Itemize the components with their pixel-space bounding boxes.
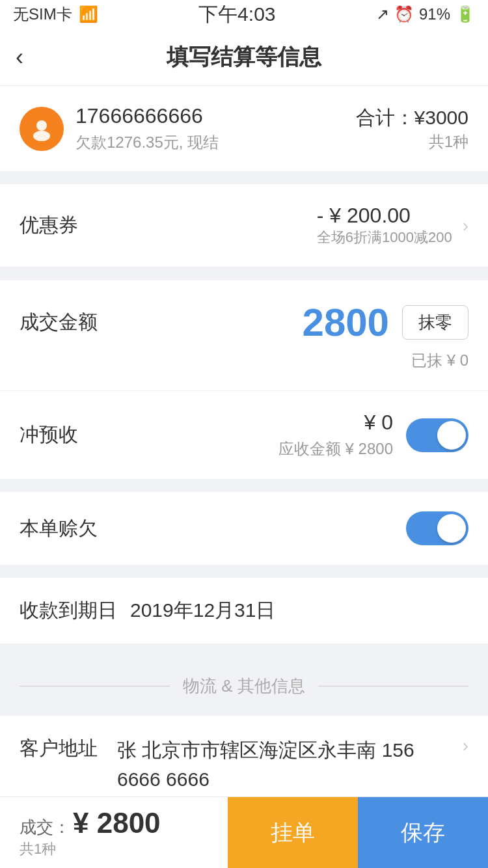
prereceive-right: ¥ 0 应收金额 ¥ 2800 [278, 411, 468, 459]
prereceive-toggle[interactable] [406, 418, 468, 452]
user-card: 17666666666 欠款1276.35元, 现结 合计：¥3000 共1种 [0, 86, 488, 171]
bottom-info: 成交： ¥ 2800 共1种 [0, 797, 228, 868]
content-area: 17666666666 欠款1276.35元, 现结 合计：¥3000 共1种 … [0, 86, 488, 868]
section-gap-4 [0, 644, 488, 657]
svg-point-0 [36, 120, 47, 131]
bottom-actions: 挂单 保存 [228, 797, 488, 868]
battery-label: 91% [419, 5, 450, 23]
deal-section: 成交金额 2800 抹零 已抹 ¥ 0 [0, 280, 488, 390]
carrier-label: 无SIM卡 [13, 4, 72, 25]
prereceive-label: 冲预收 [20, 422, 78, 448]
coupon-amount: - ¥ 200.00 [317, 204, 452, 228]
prereceive-amount: ¥ 0 [278, 411, 393, 435]
bottom-count: 共1种 [20, 839, 208, 859]
status-right: ↗ ⏰ 91% 🔋 [376, 5, 475, 23]
page-title: 填写结算等信息 [167, 42, 321, 72]
section-gap-1 [0, 267, 488, 280]
location-icon: ↗ [376, 5, 389, 23]
save-button[interactable]: 保存 [358, 797, 488, 868]
prereceive-section: 冲预收 ¥ 0 应收金额 ¥ 2800 [0, 390, 488, 479]
duedate-section: 收款到期日 2019年12月31日 [0, 578, 488, 644]
coupon-row[interactable]: 优惠券 - ¥ 200.00 全场6折满1000减200 › [0, 184, 488, 267]
status-time: 下午4:03 [198, 1, 275, 28]
pending-button[interactable]: 挂单 [228, 797, 358, 868]
user-total: 合计：¥3000 共1种 [356, 105, 468, 152]
bottom-deal-label: 成交： [20, 816, 70, 839]
round-button[interactable]: 抹零 [402, 305, 468, 340]
coupon-right: - ¥ 200.00 全场6折满1000减200 › [317, 204, 468, 247]
bottom-bar: 成交： ¥ 2800 共1种 挂单 保存 [0, 796, 488, 868]
prereceive-amount-wrap: ¥ 0 应收金额 ¥ 2800 [278, 411, 393, 459]
status-left: 无SIM卡 📶 [13, 4, 98, 25]
debt-toggle-knob [437, 514, 466, 543]
coupon-chevron-icon: › [463, 215, 468, 236]
coupon-label: 优惠券 [20, 212, 78, 239]
deal-value: 2800 [303, 300, 389, 345]
deal-label: 成交金额 [20, 309, 98, 336]
user-details: 17666666666 欠款1276.35元, 现结 [75, 104, 219, 153]
user-info-left: 17666666666 欠款1276.35元, 现结 [20, 104, 219, 153]
avatar [20, 107, 64, 151]
status-bar: 无SIM卡 📶 下午4:03 ↗ ⏰ 91% 🔋 [0, 0, 488, 29]
nav-bar: ‹ 填写结算等信息 [0, 29, 488, 86]
duedate-value: 2019年12月31日 [130, 597, 275, 624]
alarm-icon: ⏰ [394, 5, 414, 23]
address-chevron-icon: › [463, 735, 468, 756]
deal-row: 成交金额 2800 抹零 [20, 300, 468, 345]
debt-toggle[interactable] [406, 511, 468, 545]
logistics-text: 物流 & 其他信息 [183, 675, 305, 698]
logistics-line-right [318, 686, 468, 686]
svg-point-1 [33, 131, 50, 141]
section-gap-3 [0, 565, 488, 578]
debt-section: 本单赊欠 [0, 492, 488, 565]
coupon-desc: 全场6折满1000减200 [317, 228, 452, 247]
section-gap-2 [0, 479, 488, 492]
total-count: 共1种 [356, 131, 468, 152]
back-button[interactable]: ‹ [16, 44, 23, 71]
deal-value-wrap: 2800 抹零 [303, 300, 468, 345]
logistics-line-left [20, 686, 170, 686]
address-label: 客户地址 [20, 735, 98, 762]
deal-sub-text: 已抹 ¥ 0 [20, 350, 468, 371]
prereceive-row: 冲预收 ¥ 0 应收金额 ¥ 2800 [20, 411, 468, 459]
bottom-deal-amount: ¥ 2800 [73, 807, 161, 839]
user-phone: 17666666666 [75, 104, 219, 128]
toggle-knob [437, 421, 466, 450]
debt-label: 本单赊欠 [20, 515, 98, 542]
duedate-label: 收款到期日 [20, 597, 117, 624]
battery-icon: 🔋 [455, 5, 475, 23]
prereceive-sub: 应收金额 ¥ 2800 [278, 439, 393, 459]
user-debt-info: 欠款1276.35元, 现结 [75, 132, 219, 153]
address-value: 张 北京市市辖区海淀区永丰南 156 6666 6666 [117, 735, 463, 794]
wifi-icon: 📶 [79, 5, 98, 23]
logistics-header: 物流 & 其他信息 [0, 657, 488, 716]
total-amount: 合计：¥3000 [356, 105, 468, 131]
